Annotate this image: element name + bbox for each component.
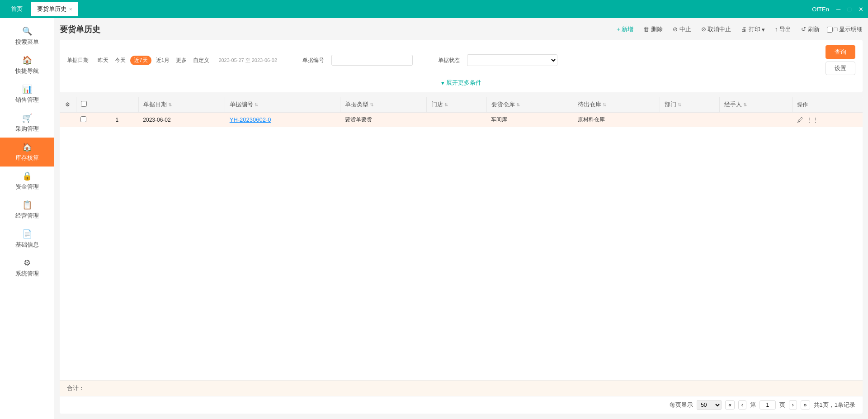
new-button[interactable]: + 新增	[614, 24, 636, 35]
date-btn-custom[interactable]: 自定义	[191, 56, 211, 65]
th-handler: 经手人 ⇅	[719, 97, 793, 113]
th-settings[interactable]: ⚙	[60, 97, 76, 113]
sidebar-item-sales[interactable]: 📊 销售管理	[0, 80, 54, 109]
export-button-label: ↑ 导出	[775, 25, 791, 33]
sidebar-label-sales: 销售管理	[15, 96, 39, 104]
th-index	[111, 97, 138, 113]
sidebar-item-operation[interactable]: 📋 经营管理	[0, 195, 54, 224]
doc-no-link[interactable]: YH-20230602-0	[230, 116, 271, 123]
status-select[interactable]	[467, 54, 557, 66]
row-more-icon[interactable]: ⋮⋮	[806, 116, 819, 124]
suspend-button[interactable]: ⊘ 中止	[670, 24, 694, 35]
date-filter-label: 单据日期	[67, 57, 89, 64]
td-checkbox	[76, 113, 111, 127]
th-wait-warehouse-label: 待出仓库	[578, 100, 601, 109]
table-footer: 合计：	[60, 380, 863, 396]
page-label: 第	[750, 401, 756, 409]
export-button[interactable]: ↑ 导出	[772, 24, 794, 35]
sidebar-item-search[interactable]: 🔍 搜索菜单	[0, 22, 54, 51]
th-store: 门店 ⇅	[427, 97, 486, 113]
cart-icon: 🛒	[22, 113, 32, 123]
date-filter-buttons: 昨天 今天 近7天 近1月 更多 自定义	[96, 56, 211, 65]
data-table: ⚙ 单据日期 ⇅ 单据编号	[60, 97, 863, 127]
td-docno: YH-20230602-0	[225, 113, 340, 127]
th-docno: 单据编号 ⇅	[225, 97, 340, 113]
sidebar-item-inventory[interactable]: 🏠 库存核算	[0, 138, 54, 167]
print-button[interactable]: 🖨 打印 ▾	[738, 24, 768, 35]
row-checkbox[interactable]	[80, 116, 86, 122]
date-btn-7days[interactable]: 近7天	[130, 56, 151, 65]
maximize-icon[interactable]: □	[848, 6, 851, 13]
sidebar-item-system[interactable]: ⚙ 系统管理	[0, 253, 54, 282]
tab-home[interactable]: 首页	[5, 2, 29, 16]
row-edit-icon[interactable]: 🖊	[797, 116, 803, 124]
sort-doctype-icon[interactable]: ⇅	[370, 102, 373, 107]
display-detail-label: □ 显示明细	[834, 25, 863, 33]
td-store	[427, 113, 486, 127]
doc-no-input[interactable]	[331, 55, 413, 66]
sidebar: 🔍 搜索菜单 🏠 快捷导航 📊 销售管理 🛒 采购管理 🏠 库存核算 🔒 资金管…	[0, 18, 54, 419]
th-handler-label: 经手人	[724, 100, 742, 109]
top-bar-right: OfTEn ─ □ ✕	[812, 6, 863, 13]
th-date: 单据日期 ⇅	[138, 97, 225, 113]
filter-settings-button[interactable]: 设置	[826, 62, 855, 75]
th-store-label: 门店	[431, 100, 443, 109]
expand-filter-button[interactable]: ▾ 展开更多条件	[441, 79, 481, 87]
filter-row-1: 单据日期 昨天 今天 近7天 近1月 更多 自定义 2023-05-27 至 2…	[67, 45, 855, 75]
tab-requisition-history[interactable]: 要货单历史 ×	[31, 2, 78, 16]
display-detail-checkbox[interactable]	[827, 27, 833, 33]
page-unit: 页	[779, 401, 785, 409]
minimize-icon[interactable]: ─	[836, 6, 840, 13]
display-detail-button[interactable]: □ 显示明细	[827, 25, 863, 33]
query-button[interactable]: 查询	[826, 45, 855, 59]
sort-store-icon[interactable]: ⇅	[444, 102, 448, 107]
toolbar: + 新增 🗑 删除 ⊘ 中止 ⊘ 取消中止 🖨 打印 ▾ ↑ 导出	[614, 24, 863, 35]
sidebar-item-finance[interactable]: 🔒 资金管理	[0, 167, 54, 195]
main-layout: 🔍 搜索菜单 🏠 快捷导航 📊 销售管理 🛒 采购管理 🏠 库存核算 🔒 资金管…	[0, 18, 868, 419]
sidebar-item-purchase[interactable]: 🛒 采购管理	[0, 109, 54, 138]
row-actions: 🖊 ⋮⋮	[797, 116, 858, 124]
date-btn-yesterday[interactable]: 昨天	[96, 56, 110, 65]
prev-page-button[interactable]: ‹	[738, 400, 746, 409]
th-req-warehouse: 要货仓库 ⇅	[486, 97, 573, 113]
last-page-button[interactable]: »	[801, 400, 810, 409]
td-wait-warehouse: 原材料仓库	[573, 113, 660, 127]
th-req-warehouse-label: 要货仓库	[491, 100, 515, 109]
date-btn-today[interactable]: 今天	[113, 56, 127, 65]
th-checkbox	[76, 97, 111, 113]
home-icon: 🏠	[22, 55, 32, 65]
th-docno-label: 单据编号	[230, 100, 253, 109]
cancel-suspend-button[interactable]: ⊘ 取消中止	[698, 24, 734, 35]
print-dropdown-icon[interactable]: ▾	[762, 26, 765, 33]
sort-docno-icon[interactable]: ⇅	[255, 102, 258, 107]
sort-date-icon[interactable]: ⇅	[168, 102, 172, 107]
td-handler	[719, 113, 793, 127]
page-size-select[interactable]: 50 10 20 100	[697, 400, 722, 410]
sort-department-icon[interactable]: ⇅	[678, 102, 681, 107]
requisition-tab-label: 要货单历史	[37, 5, 66, 13]
sort-handler-icon[interactable]: ⇅	[743, 102, 747, 107]
table-row: 1 2023-06-02 YH-20230602-0 要货单要货 车间库 原材料…	[60, 113, 863, 127]
select-all-checkbox[interactable]	[81, 101, 87, 107]
first-page-button[interactable]: «	[725, 400, 735, 409]
close-icon[interactable]: ✕	[859, 6, 863, 13]
date-btn-1month[interactable]: 近1月	[154, 56, 172, 65]
sidebar-item-base[interactable]: 📄 基础信息	[0, 224, 54, 253]
sidebar-item-shortcut[interactable]: 🏠 快捷导航	[0, 51, 54, 80]
refresh-button[interactable]: ↺ 刷新	[798, 24, 822, 35]
page-header: 要货单历史 + 新增 🗑 删除 ⊘ 中止 ⊘ 取消中止 🖨 打印 ▾	[60, 24, 863, 35]
tab-close-icon[interactable]: ×	[69, 6, 72, 12]
table-body: 1 2023-06-02 YH-20230602-0 要货单要货 车间库 原材料…	[60, 113, 863, 127]
date-btn-more[interactable]: 更多	[174, 56, 189, 65]
next-page-button[interactable]: ›	[789, 400, 797, 409]
td-actions: 🖊 ⋮⋮	[793, 113, 863, 127]
chevron-down-icon: ▾	[441, 80, 444, 86]
sort-req-warehouse-icon[interactable]: ⇅	[516, 102, 520, 107]
td-req-warehouse: 车间库	[486, 113, 573, 127]
page-size-label: 每页显示	[670, 401, 693, 409]
sort-wait-warehouse-icon[interactable]: ⇅	[603, 102, 606, 107]
delete-button[interactable]: 🗑 删除	[641, 24, 665, 35]
content-area: 要货单历史 + 新增 🗑 删除 ⊘ 中止 ⊘ 取消中止 🖨 打印 ▾	[54, 18, 868, 419]
page-number-input[interactable]	[760, 400, 776, 409]
document-icon: 📄	[22, 229, 32, 239]
